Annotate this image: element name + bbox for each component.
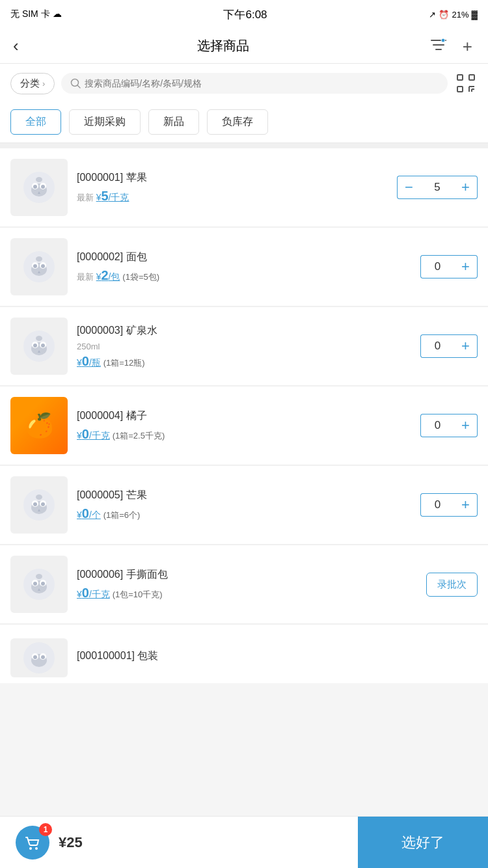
list-divider bbox=[0, 143, 488, 148]
qty-plus-button-5[interactable]: + bbox=[454, 493, 478, 517]
svg-point-34 bbox=[41, 344, 45, 347]
sim-label: 无 SIM 卡 ☁ bbox=[10, 8, 62, 20]
cart-icon-wrap[interactable]: 1 bbox=[16, 826, 49, 860]
nav-bar: ‹ 选择商品 + bbox=[0, 29, 488, 64]
tab-new[interactable]: 新品 bbox=[148, 109, 199, 135]
svg-point-25 bbox=[33, 264, 37, 268]
owl-icon-1 bbox=[20, 168, 59, 207]
svg-point-20 bbox=[36, 177, 42, 182]
qty-control-1: − + bbox=[397, 176, 478, 199]
product-price-6: ¥0/千克 (1包=10千克) bbox=[77, 586, 417, 601]
qty-control-4: + bbox=[420, 414, 478, 437]
cart-total: ¥25 bbox=[59, 834, 83, 851]
product-price-5: ¥0/个 (1箱=6个) bbox=[77, 506, 411, 521]
product-price-1: 最新 ¥5/千克 bbox=[77, 189, 388, 204]
svg-point-49 bbox=[33, 582, 37, 586]
product-name-5: [0000005] 芒果 bbox=[77, 489, 411, 502]
product-name-6: [0000006] 手撕面包 bbox=[77, 568, 417, 582]
svg-point-3 bbox=[441, 38, 445, 42]
batch-button-6[interactable]: 录批次 bbox=[426, 573, 478, 597]
owl-icon-3 bbox=[20, 327, 59, 366]
cart-section: 1 ¥25 bbox=[0, 826, 358, 860]
filter-button[interactable] bbox=[427, 35, 450, 57]
chevron-right-icon: › bbox=[42, 79, 45, 88]
qty-plus-button-2[interactable]: + bbox=[454, 255, 478, 278]
table-row: [0000005] 芒果 ¥0/个 (1箱=6个) + bbox=[0, 466, 488, 544]
svg-point-36 bbox=[36, 336, 42, 341]
scan-button[interactable] bbox=[454, 72, 478, 95]
search-box bbox=[61, 73, 448, 94]
product-price-3: ¥0/瓶 (1箱=12瓶) bbox=[77, 354, 411, 369]
product-info-5: [0000005] 芒果 ¥0/个 (1箱=6个) bbox=[77, 489, 411, 521]
tab-recent[interactable]: 近期采购 bbox=[69, 109, 141, 135]
location-icon: ↗ bbox=[429, 10, 436, 20]
table-row: [000100001] 包装 bbox=[0, 625, 488, 683]
product-image-6 bbox=[10, 556, 68, 613]
owl-icon-7 bbox=[20, 638, 59, 677]
bottom-bar: 1 ¥25 选好了 bbox=[0, 816, 488, 868]
status-right: ↗ ⏰ 21% ▓ bbox=[429, 10, 478, 20]
add-button[interactable]: + bbox=[460, 35, 475, 57]
svg-point-60 bbox=[35, 847, 38, 850]
product-price-4: ¥0/千克 (1箱=2.5千克) bbox=[77, 427, 411, 442]
back-button[interactable]: ‹ bbox=[13, 36, 19, 56]
product-info-4: [0000004] 橘子 ¥0/千克 (1箱=2.5千克) bbox=[77, 409, 411, 442]
svg-point-42 bbox=[41, 502, 45, 506]
qty-input-2[interactable] bbox=[420, 255, 454, 278]
tabs-row: 全部 近期采购 新品 负库存 bbox=[0, 103, 488, 143]
product-name-7: [000100001] 包装 bbox=[77, 649, 478, 663]
scan-icon bbox=[456, 74, 476, 93]
qty-minus-button-1[interactable]: − bbox=[397, 176, 420, 199]
qty-plus-button-3[interactable]: + bbox=[454, 334, 478, 358]
svg-point-18 bbox=[41, 185, 45, 189]
svg-point-59 bbox=[29, 847, 32, 850]
product-image-1 bbox=[10, 159, 68, 216]
table-row: [0000003] 矿泉水 250ml ¥0/瓶 (1箱=12瓶) + bbox=[0, 307, 488, 385]
product-info-1: [0000001] 苹果 最新 ¥5/千克 bbox=[77, 171, 388, 204]
product-name-3: [0000003] 矿泉水 bbox=[77, 324, 411, 338]
status-time: 下午6:08 bbox=[223, 7, 267, 22]
product-price-2: 最新 ¥2/包 (1袋=5包) bbox=[77, 268, 411, 283]
battery-label: 21% bbox=[452, 10, 468, 20]
cart-badge: 1 bbox=[39, 823, 52, 836]
product-spec-3: 250ml bbox=[77, 342, 411, 351]
svg-line-5 bbox=[77, 85, 80, 88]
status-left: 无 SIM 卡 ☁ bbox=[10, 8, 62, 20]
filter-icon bbox=[430, 38, 447, 52]
owl-icon-5 bbox=[20, 485, 59, 524]
product-image-2 bbox=[10, 238, 68, 295]
svg-point-17 bbox=[33, 185, 37, 189]
search-input[interactable] bbox=[85, 78, 439, 88]
tab-negative[interactable]: 负库存 bbox=[207, 109, 268, 135]
svg-point-33 bbox=[33, 344, 37, 347]
confirm-button[interactable]: 选好了 bbox=[358, 817, 488, 869]
table-row: [0000001] 苹果 最新 ¥5/千克 − + bbox=[0, 148, 488, 226]
battery-icon: ▓ bbox=[472, 10, 478, 20]
svg-rect-7 bbox=[469, 75, 474, 80]
product-info-6: [0000006] 手撕面包 ¥0/千克 (1包=10千克) bbox=[77, 568, 417, 601]
tab-all[interactable]: 全部 bbox=[10, 109, 61, 135]
qty-plus-button-1[interactable]: + bbox=[454, 176, 478, 199]
status-bar: 无 SIM 卡 ☁ 下午6:08 ↗ ⏰ 21% ▓ bbox=[0, 0, 488, 29]
product-image-7 bbox=[10, 638, 68, 677]
svg-point-44 bbox=[36, 495, 42, 500]
table-row: [0000006] 手撕面包 ¥0/千克 (1包=10千克) 录批次 bbox=[0, 545, 488, 623]
product-name-2: [0000002] 面包 bbox=[77, 251, 411, 264]
qty-plus-button-4[interactable]: + bbox=[454, 414, 478, 437]
product-image-4: 🍊 bbox=[10, 397, 68, 454]
table-row: [0000002] 面包 最新 ¥2/包 (1袋=5包) + bbox=[0, 228, 488, 306]
nav-right: + bbox=[427, 35, 475, 57]
category-label: 分类 bbox=[20, 77, 40, 90]
qty-input-1[interactable] bbox=[420, 176, 454, 199]
product-list: [0000001] 苹果 最新 ¥5/千克 − + bbox=[0, 148, 488, 683]
qty-control-3: + bbox=[420, 334, 478, 358]
qty-input-5[interactable] bbox=[420, 493, 454, 517]
svg-point-52 bbox=[36, 574, 42, 579]
cart-icon bbox=[23, 834, 42, 852]
qty-input-4[interactable] bbox=[420, 414, 454, 437]
category-button[interactable]: 分类 › bbox=[10, 73, 55, 94]
qty-control-5: + bbox=[420, 493, 478, 517]
product-info-2: [0000002] 面包 最新 ¥2/包 (1袋=5包) bbox=[77, 251, 411, 283]
qty-input-3[interactable] bbox=[420, 334, 454, 358]
svg-point-41 bbox=[33, 502, 37, 506]
